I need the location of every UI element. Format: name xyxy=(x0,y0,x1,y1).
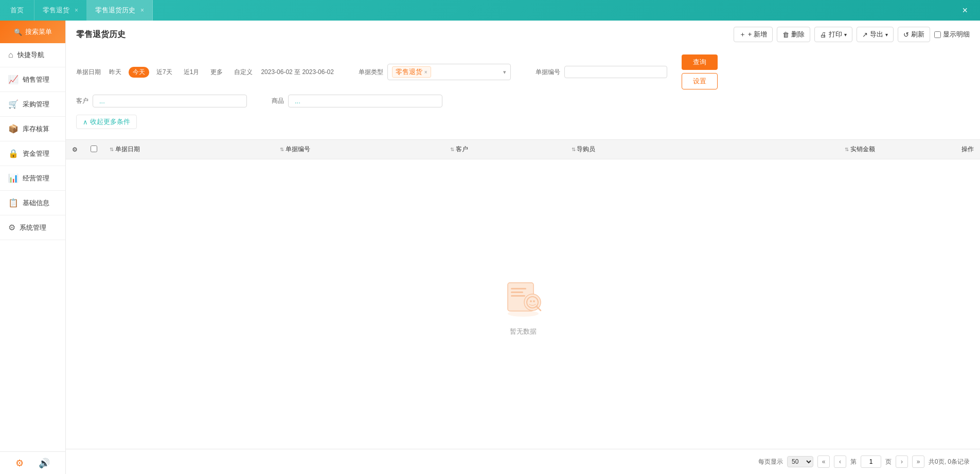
sys-icon: ⚙ xyxy=(8,223,15,232)
id-filter-input[interactable] xyxy=(564,66,667,78)
svg-rect-3 xyxy=(511,291,523,293)
page-unit-label: 页 xyxy=(885,458,892,466)
query-button[interactable]: 查询 xyxy=(682,54,718,70)
sidebar-footer: ⚙ 🔊 xyxy=(0,451,65,474)
goods-ellipsis[interactable]: ... xyxy=(293,97,302,105)
collapse-icon: ∧ xyxy=(83,118,88,126)
table-footer: 每页显示 20 50 100 « ‹ 第 页 › » 共0页, 0条记录 xyxy=(66,449,980,474)
tab-retail-return-close[interactable]: × xyxy=(75,7,78,14)
add-icon: ＋ xyxy=(739,30,746,39)
delete-button[interactable]: 🗑 删除 xyxy=(777,27,810,42)
th-guide[interactable]: 导购员 xyxy=(565,140,711,159)
page-size-label: 每页显示 xyxy=(758,458,783,466)
finance-icon: 🔒 xyxy=(8,149,19,158)
page-number-input[interactable] xyxy=(861,455,881,468)
svg-point-0 xyxy=(508,311,539,317)
basic-info-icon: 📋 xyxy=(8,198,19,208)
goods-select[interactable]: ... xyxy=(288,95,442,107)
filter-row-2: 客户 ... 商品 ... xyxy=(76,95,970,107)
th-amount[interactable]: 实销金额 xyxy=(711,140,881,159)
goods-filter-group: 商品 ... xyxy=(272,95,442,107)
content-area: 零售退货历史 ＋ + 新增 🗑 删除 🖨 打印 xyxy=(66,21,980,474)
top-bar: 首页 零售退货 × 零售退货历史 × × xyxy=(0,0,980,21)
export-button[interactable]: ↗ 导出 xyxy=(857,27,894,42)
refresh-button[interactable]: ↺ 刷新 xyxy=(898,27,930,42)
page-header: 零售退货历史 ＋ + 新增 🗑 删除 🖨 打印 xyxy=(66,21,980,140)
tab-retail-return-history[interactable]: 零售退货历史 × xyxy=(87,0,153,21)
sidebar-item-operations[interactable]: 📊 经营管理 xyxy=(0,166,65,191)
toolbar: ＋ + 新增 🗑 删除 🖨 打印 ↗ 导出 xyxy=(734,27,970,42)
select-all-checkbox[interactable] xyxy=(91,145,97,152)
refresh-icon: ↺ xyxy=(903,31,909,39)
top-bar-right: × xyxy=(958,5,980,16)
operations-icon: 📊 xyxy=(8,173,19,183)
first-page-button[interactable]: « xyxy=(817,455,830,468)
empty-state: 暂无数据 xyxy=(66,159,980,449)
type-select[interactable]: 零售退货 × ▾ xyxy=(387,64,511,80)
inventory-icon: 📦 xyxy=(8,124,19,134)
customer-select[interactable]: ... xyxy=(93,95,247,107)
show-details-label[interactable]: 显示明细 xyxy=(934,30,970,39)
window-close-button[interactable]: × xyxy=(958,5,972,16)
total-info: 共0页, 0条记录 xyxy=(929,458,970,466)
goods-filter-label: 商品 xyxy=(272,97,284,105)
th-number[interactable]: 单据编号 xyxy=(274,140,444,159)
page-size-select[interactable]: 20 50 100 xyxy=(787,456,813,467)
sidebar-item-sales-mgmt[interactable]: 📈 销售管理 xyxy=(0,67,65,92)
th-action: 操作 xyxy=(881,140,980,159)
date-yesterday[interactable]: 昨天 xyxy=(105,67,126,78)
sidebar-search[interactable]: 🔍 搜索菜单 xyxy=(0,21,65,43)
customer-ellipsis[interactable]: ... xyxy=(97,97,107,105)
empty-icon xyxy=(497,272,549,319)
collapse-button[interactable]: ∧ 收起更多条件 xyxy=(76,115,137,129)
th-date[interactable]: 单据日期 xyxy=(103,140,274,159)
print-button[interactable]: 🖨 打印 xyxy=(814,27,852,42)
type-tag: 零售退货 × xyxy=(392,66,431,78)
next-page-button[interactable]: › xyxy=(896,455,908,468)
date-7days[interactable]: 近7天 xyxy=(152,67,176,78)
tab-retail-return[interactable]: 零售退货 × xyxy=(34,0,87,21)
audio-footer-icon[interactable]: 🔊 xyxy=(39,458,50,469)
settings-footer-icon[interactable]: ⚙ xyxy=(15,458,24,469)
date-range-display: 2023-06-02 至 2023-06-02 xyxy=(261,68,333,77)
date-more[interactable]: 更多 xyxy=(206,67,227,78)
sidebar-item-sales-label: 销售管理 xyxy=(23,75,49,84)
th-settings[interactable]: ⚙ xyxy=(66,140,84,159)
content-wrapper: 零售退货历史 ＋ + 新增 🗑 删除 🖨 打印 xyxy=(66,21,980,474)
sidebar-item-sys-label: 系统管理 xyxy=(20,223,46,232)
page-title-row: 零售退货历史 ＋ + 新增 🗑 删除 🖨 打印 xyxy=(76,27,970,42)
sidebar-item-basic-info[interactable]: 📋 基础信息 xyxy=(0,191,65,215)
sidebar-item-inventory[interactable]: 📦 库存核算 xyxy=(0,117,65,141)
sidebar-item-purchase-mgmt[interactable]: 🛒 采购管理 xyxy=(0,92,65,117)
date-custom[interactable]: 自定义 xyxy=(230,67,257,78)
export-icon: ↗ xyxy=(862,31,868,39)
tab-retail-return-history-close[interactable]: × xyxy=(140,7,144,14)
th-customer[interactable]: 客户 xyxy=(444,140,565,159)
date-today[interactable]: 今天 xyxy=(129,67,149,78)
last-page-button[interactable]: » xyxy=(912,455,924,468)
export-label: 导出 xyxy=(870,30,883,39)
collapse-row: ∧ 收起更多条件 xyxy=(76,113,970,129)
delete-label: 删除 xyxy=(791,30,805,39)
date-1month[interactable]: 近1月 xyxy=(180,67,204,78)
sidebar-item-quick-nav[interactable]: ⌂ 快捷导航 xyxy=(0,43,65,67)
setting-button[interactable]: 设置 xyxy=(682,73,718,89)
sales-icon: 📈 xyxy=(8,75,19,84)
prev-page-button[interactable]: ‹ xyxy=(834,455,846,468)
sidebar-item-purchase-label: 采购管理 xyxy=(23,100,49,109)
add-label: + 新增 xyxy=(748,30,767,39)
purchase-icon: 🛒 xyxy=(8,99,19,109)
type-tag-close[interactable]: × xyxy=(424,69,427,75)
filter-row-1: 单据日期 昨天 今天 近7天 近1月 更多 自定义 2023-06-02 至 2… xyxy=(76,54,970,89)
sidebar-item-finance[interactable]: 🔒 资金管理 xyxy=(0,141,65,166)
tab-home-label: 首页 xyxy=(10,6,24,15)
add-button[interactable]: ＋ + 新增 xyxy=(734,27,773,42)
sidebar-item-finance-label: 资金管理 xyxy=(23,149,49,158)
filter-area: 单据日期 昨天 今天 近7天 近1月 更多 自定义 2023-06-02 至 2… xyxy=(76,48,970,139)
sidebar: 🔍 搜索菜单 ⌂ 快捷导航 📈 销售管理 🛒 采购管理 📦 库存核算 🔒 xyxy=(0,21,66,474)
th-checkbox[interactable] xyxy=(84,140,103,159)
tab-home[interactable]: 首页 xyxy=(0,0,34,21)
sidebar-item-sys-mgmt[interactable]: ⚙ 系统管理 xyxy=(0,215,65,240)
collapse-label: 收起更多条件 xyxy=(90,117,130,126)
show-details-checkbox[interactable] xyxy=(934,31,941,38)
